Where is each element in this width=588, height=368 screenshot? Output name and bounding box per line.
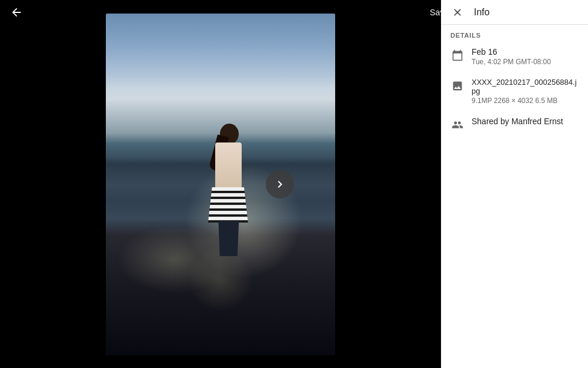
shared-text: Shared by Manfred Ernst bbox=[472, 117, 563, 126]
date-primary: Feb 16 bbox=[472, 47, 551, 57]
image-area bbox=[0, 0, 441, 368]
zoom-button[interactable] bbox=[482, 1, 506, 24]
share-button[interactable] bbox=[456, 1, 480, 24]
shared-detail-row: Shared by Manfred Ernst bbox=[450, 117, 579, 132]
save-button[interactable]: Save bbox=[425, 1, 454, 24]
file-name: XXXX_20210217_000256884.jpg bbox=[472, 78, 579, 95]
image-icon bbox=[450, 79, 465, 93]
toolbar-right: Save bbox=[425, 1, 583, 24]
date-detail-row: Feb 16 Tue, 4:02 PM GMT-08:00 bbox=[450, 47, 579, 66]
toolbar-left bbox=[5, 1, 28, 24]
more-button[interactable] bbox=[560, 1, 583, 24]
photo bbox=[106, 14, 335, 355]
person-legs bbox=[214, 221, 243, 256]
person-body bbox=[215, 142, 242, 190]
calendar-icon bbox=[450, 48, 465, 62]
details-section-label: DETAILS bbox=[450, 32, 579, 39]
info-panel: Info DETAILS Feb 16 Tue, 4:02 PM GMT-08:… bbox=[441, 0, 588, 368]
info-button[interactable] bbox=[534, 1, 557, 24]
date-content: Feb 16 Tue, 4:02 PM GMT-08:00 bbox=[472, 47, 551, 66]
date-secondary: Tue, 4:02 PM GMT-08:00 bbox=[472, 58, 551, 66]
main-content: Info DETAILS Feb 16 Tue, 4:02 PM GMT-08:… bbox=[0, 0, 588, 368]
file-info: 9.1MP 2268 × 4032 6.5 MB bbox=[472, 97, 579, 105]
person-figure bbox=[202, 124, 255, 259]
file-detail-row: XXXX_20210217_000256884.jpg 9.1MP 2268 ×… bbox=[450, 78, 579, 105]
next-arrow-button[interactable] bbox=[266, 170, 294, 198]
file-content: XXXX_20210217_000256884.jpg 9.1MP 2268 ×… bbox=[472, 78, 579, 105]
person-shared-icon bbox=[450, 118, 465, 132]
info-body: DETAILS Feb 16 Tue, 4:02 PM GMT-08:00 bbox=[441, 25, 588, 368]
shared-content: Shared by Manfred Ernst bbox=[472, 117, 563, 126]
toolbar: Save bbox=[0, 0, 588, 25]
favorite-button[interactable] bbox=[508, 1, 532, 24]
back-button[interactable] bbox=[5, 1, 28, 24]
person-skirt bbox=[208, 187, 248, 223]
